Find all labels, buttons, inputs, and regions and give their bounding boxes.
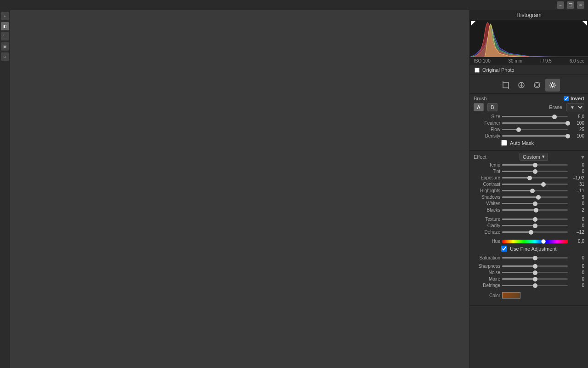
sharpness-label: Sharpness xyxy=(474,264,500,269)
hue-label: Hue xyxy=(474,239,500,244)
temp-track[interactable] xyxy=(502,164,568,166)
density-slider-row: Density 100 xyxy=(474,133,584,138)
noise-thumb[interactable] xyxy=(533,270,537,275)
effect-preset-dropdown[interactable]: Custom ▾ xyxy=(520,153,548,161)
heal-tool-icon[interactable] xyxy=(514,79,529,92)
tint-thumb[interactable] xyxy=(533,169,537,174)
add-tool-button[interactable]: + xyxy=(1,12,9,20)
restore-button[interactable]: ❐ xyxy=(567,1,574,9)
contrast-track[interactable] xyxy=(502,184,568,185)
clarity-track[interactable] xyxy=(502,225,568,226)
temp-value: 0 xyxy=(570,162,584,167)
contrast-fill xyxy=(502,184,543,185)
graduated-tool-icon[interactable] xyxy=(530,79,544,92)
original-photo-checkbox[interactable] xyxy=(475,68,480,73)
dehaze-track[interactable] xyxy=(502,231,568,233)
contrast-thumb[interactable] xyxy=(541,182,546,187)
blacks-track[interactable] xyxy=(502,209,568,211)
feather-thumb[interactable] xyxy=(565,121,570,126)
noise-track[interactable] xyxy=(502,272,568,273)
exposure-thumb[interactable] xyxy=(527,176,532,180)
histogram-svg xyxy=(470,20,588,57)
moire-fill xyxy=(502,278,535,280)
highlights-track[interactable] xyxy=(502,190,568,191)
close-button[interactable]: ✕ xyxy=(577,1,584,9)
invert-checkbox[interactable] xyxy=(564,96,569,101)
hue-thumb[interactable] xyxy=(541,239,546,244)
size-thumb[interactable] xyxy=(552,115,557,119)
clarity-thumb[interactable] xyxy=(533,224,537,228)
shadows-label: Shadows xyxy=(474,195,500,200)
defringe-thumb[interactable] xyxy=(533,283,537,288)
blacks-value: 2 xyxy=(570,207,584,213)
clarity-value: 0 xyxy=(570,223,584,228)
fine-adj-checkbox[interactable] xyxy=(501,246,507,252)
settings-tool-icon[interactable] xyxy=(545,79,560,92)
moire-track[interactable] xyxy=(502,278,568,280)
sharpness-value: 0 xyxy=(570,264,584,269)
effect-collapse-button[interactable]: ▾ xyxy=(581,153,584,161)
size-value: 8,0 xyxy=(570,114,584,119)
feather-value: 100 xyxy=(570,121,584,126)
hue-bar[interactable] xyxy=(502,240,568,243)
focal-value: 30 mm xyxy=(509,58,523,63)
shutter-value: 6.0 sec xyxy=(570,58,584,63)
density-thumb[interactable] xyxy=(565,134,570,138)
saturation-track[interactable] xyxy=(502,257,568,259)
frame-tool[interactable]: ▣ xyxy=(1,42,9,51)
white-balance-tool[interactable]: ◧ xyxy=(1,22,9,30)
temp-thumb[interactable] xyxy=(533,163,537,167)
size-track[interactable] xyxy=(502,116,568,117)
top-bar: – ❐ ✕ xyxy=(0,0,588,10)
sharpness-track[interactable] xyxy=(502,265,568,267)
whites-thumb[interactable] xyxy=(533,201,537,206)
texture-thumb[interactable] xyxy=(533,217,537,222)
tint-track[interactable] xyxy=(502,171,568,172)
density-fill xyxy=(502,135,568,137)
invert-row: Invert xyxy=(564,96,584,101)
a-button[interactable]: A xyxy=(474,103,484,111)
saturation-thumb[interactable] xyxy=(533,256,537,260)
circle-tool[interactable]: ⊙ xyxy=(1,52,9,61)
effect-label: Effect xyxy=(474,154,486,160)
feather-track[interactable] xyxy=(502,122,568,124)
highlights-thumb[interactable] xyxy=(530,189,535,193)
blacks-slider-row: Blacks 2 xyxy=(474,207,584,213)
erase-dropdown[interactable]: ▼ xyxy=(566,104,584,111)
noise-value: 0 xyxy=(570,270,584,275)
temp-fill xyxy=(502,164,535,166)
sharpness-thumb[interactable] xyxy=(533,264,537,269)
exposure-value: –1,02 xyxy=(570,175,584,180)
blacks-thumb[interactable] xyxy=(534,208,538,213)
shadows-thumb[interactable] xyxy=(536,195,541,200)
svg-point-9 xyxy=(536,84,538,86)
effect-section: Effect Custom ▾ ▾ Temp 0 Tint xyxy=(470,151,588,306)
flow-thumb[interactable] xyxy=(516,127,521,132)
exposure-track[interactable] xyxy=(502,177,568,178)
effect-header: Effect Custom ▾ ▾ xyxy=(474,153,584,161)
brush-section: Brush Invert A B Erase ▼ Size xyxy=(470,94,588,151)
whites-track[interactable] xyxy=(502,203,568,204)
minimize-button[interactable]: – xyxy=(557,1,564,9)
crop-tool-icon[interactable] xyxy=(498,79,513,92)
texture-fill xyxy=(502,218,535,220)
defringe-track[interactable] xyxy=(502,285,568,286)
shadows-track[interactable] xyxy=(502,196,568,198)
color-swatch[interactable] xyxy=(502,292,520,299)
saturation-label: Saturation xyxy=(474,255,500,260)
density-label: Density xyxy=(474,133,500,138)
moire-thumb[interactable] xyxy=(533,277,537,282)
brush-label: Brush xyxy=(474,96,487,101)
b-button[interactable]: B xyxy=(487,103,498,111)
dehaze-thumb[interactable] xyxy=(529,230,533,235)
density-track[interactable] xyxy=(502,135,568,137)
noise-slider-row: Noise 0 xyxy=(474,270,584,275)
flow-track[interactable] xyxy=(502,129,568,130)
sharpness-fill xyxy=(502,265,535,267)
texture-track[interactable] xyxy=(502,218,568,220)
fill-tool[interactable]: ⬛ xyxy=(1,32,9,40)
temp-label: Temp xyxy=(474,162,500,167)
auto-mask-checkbox[interactable] xyxy=(501,140,507,146)
erase-label: Erase xyxy=(549,104,562,110)
main-layout: + ◧ ⬛ ▣ ⊙ Histog xyxy=(0,10,588,368)
